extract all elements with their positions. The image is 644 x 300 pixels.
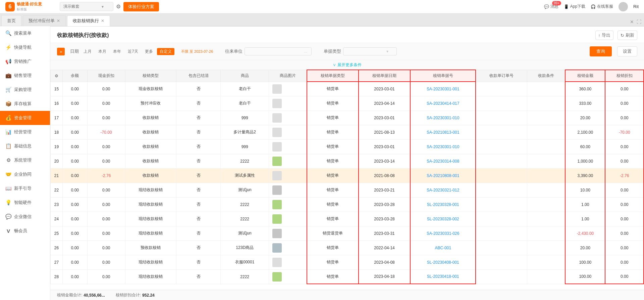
date-btn-more[interactable]: 更多 <box>142 48 156 55</box>
cell-writeoff-type: 现结收款核销 <box>125 197 176 212</box>
user-avatar[interactable] <box>619 2 628 11</box>
cell-balance: 0.00 <box>63 125 88 139</box>
cell-writeoff-type: 收款核销 <box>125 168 176 183</box>
query-btn[interactable]: 查询 <box>590 46 612 56</box>
expand-more-btn[interactable]: ∨ 展开更多条件 <box>57 62 637 68</box>
cell-id: 21 <box>51 168 63 183</box>
sidebar-item-basics[interactable]: 📋 基础信息 <box>0 139 50 153</box>
cell-id: 25 <box>51 226 63 241</box>
app-download-item[interactable]: 📱 App下载 <box>564 4 585 9</box>
cell-balance: 0.00 <box>63 168 88 183</box>
tab-home[interactable]: 首页 <box>1 15 21 26</box>
logo-sub: 标准版 <box>17 7 42 12</box>
cell-amount: -2,430.00 <box>565 226 605 241</box>
cell-amount: 20.00 <box>565 111 605 125</box>
cell-bill-no[interactable]: SA-20230301-010 <box>410 139 476 154</box>
filter-settings-btn[interactable]: 设置 <box>617 46 637 56</box>
online-service-item[interactable]: 🎧 在线客服 <box>591 4 613 9</box>
date-btn-this-month[interactable]: 本月 <box>96 48 109 55</box>
settings-icon[interactable]: ⚙ <box>116 3 121 10</box>
export-btn[interactable]: ↑ 导出 <box>595 31 614 40</box>
sidebar-item-wechat[interactable]: 💬 企业微信 <box>0 210 50 224</box>
sidebar-item-inventory[interactable]: 📦 库存核算 <box>0 97 50 111</box>
sidebar-item-finance[interactable]: 💰 资金管理 <box>0 111 50 125</box>
date-btn-last-month[interactable]: 上月 <box>81 48 94 55</box>
table-row: 27 0.00 0.00 现结收款核销 否 衣服00001 销货单 2023-0… <box>51 255 644 269</box>
cell-bill-date: 2022-04-14 <box>359 241 410 255</box>
table-row: 21 0.00 -2.76 收款核销 否 测试多属性 销货单 2021-08-0… <box>51 168 644 183</box>
refresh-btn[interactable]: ↻ 刷新 <box>618 31 637 40</box>
cell-bill-no[interactable]: SL-20230328-002 <box>410 212 476 226</box>
sidebar-item-system[interactable]: ⚙ 系统管理 <box>0 153 50 167</box>
date-btn-this-year[interactable]: 本年 <box>110 48 124 55</box>
company-selector[interactable]: 演示账套 ▾ <box>60 2 113 11</box>
unit-input[interactable]: ... <box>245 47 312 55</box>
close-all-icon[interactable]: ✕ <box>630 19 634 25</box>
cell-amount: 100.00 <box>565 255 605 269</box>
cell-receipt-order <box>476 125 527 139</box>
writeoff-close-icon[interactable]: ✕ <box>101 18 104 23</box>
sidebar-item-collab[interactable]: 🤝 企业协同 <box>0 167 50 181</box>
cell-bill-no[interactable]: SL-20230418-001 <box>410 269 476 284</box>
date-btn-7days[interactable]: 近7天 <box>125 48 141 55</box>
page-title: 收款核销执行(按收款) <box>57 32 109 39</box>
cell-receipt-order <box>476 183 527 197</box>
cell-include-settled: 否 <box>176 226 221 241</box>
cell-product-image <box>269 255 307 269</box>
cell-amount: 333.00 <box>565 96 605 111</box>
table-footer: 核销金额合计: 40,556,66... 核销折扣合计: 952.24 <box>50 290 644 300</box>
cell-bill-no[interactable]: SA-20230301-001 <box>410 82 476 96</box>
message-item[interactable]: 💬 消息 99+ <box>544 4 558 9</box>
industry-btn[interactable]: 体验行业方案 <box>123 2 159 11</box>
cell-bill-no[interactable]: SA-20230331-026 <box>410 226 476 241</box>
sidebar-item-hardware[interactable]: 💡 智能硬件 <box>0 196 50 210</box>
cell-bill-no[interactable]: SA-20230301-010 <box>410 111 476 125</box>
cell-product-image <box>269 139 307 154</box>
sidebar-item-quicknav[interactable]: ⚡ 快捷导航 <box>0 40 50 54</box>
cell-cash-discount: 0.00 <box>87 269 125 284</box>
cell-product: 2222 <box>221 154 269 168</box>
sidebar-item-guide[interactable]: 📖 新手引导 <box>0 181 50 196</box>
cell-receipt-order <box>476 111 527 125</box>
cell-id: 22 <box>51 183 63 197</box>
cell-include-settled: 否 <box>176 255 221 269</box>
cell-bill-no[interactable]: SA-20230314-008 <box>410 154 476 168</box>
cell-writeoff-type: 现结收款核销 <box>125 183 176 197</box>
cell-bill-no[interactable]: ABC-001 <box>410 241 476 255</box>
quicknav-icon: ⚡ <box>5 44 11 50</box>
cell-amount: 3,390.00 <box>565 168 605 183</box>
sidebar-label-inventory: 库存核算 <box>14 101 32 107</box>
expand-tab-icon[interactable]: ⛶ <box>637 19 641 25</box>
cell-bill-no[interactable]: SL-20230328-001 <box>410 197 476 212</box>
unit-filter-item: 往来单位 ... <box>225 47 312 55</box>
cell-bill-no[interactable]: SA-20210813-001 <box>410 125 476 139</box>
page-header: 收款核销执行(按收款) ↑ 导出 ↻ 刷新 <box>50 27 644 43</box>
cell-amount: 1.00 <box>565 212 605 226</box>
cell-bill-no[interactable]: SA-20230414-017 <box>410 96 476 111</box>
sidebar-item-search[interactable]: 🔍 搜索菜单 <box>0 26 50 40</box>
tab-prepay[interactable]: 预付冲应付单 ✕ <box>23 15 66 26</box>
sidebar-item-marketing[interactable]: 📢 营销推广 <box>0 54 50 69</box>
sidebar-item-sales[interactable]: 💼 销售管理 <box>0 69 50 83</box>
sidebar-item-purchase[interactable]: 🛒 采购管理 <box>0 83 50 97</box>
cell-bill-no[interactable]: SA-20210808-001 <box>410 168 476 183</box>
sidebar-item-member[interactable]: V 畅会员 <box>0 224 50 238</box>
cell-cash-discount: 0.00 <box>87 154 125 168</box>
table-row: 16 0.00 0.00 预付冲应收 否 老白干 销货单 2023-04-14 … <box>51 96 644 111</box>
filter-expand-btn[interactable]: » <box>57 48 65 55</box>
sidebar-item-operations[interactable]: 📊 经营管理 <box>0 125 50 139</box>
cell-writeoff-type: 预收款核销 <box>125 241 176 255</box>
cell-bill-no[interactable]: SL-20230408-001 <box>410 255 476 269</box>
bill-type-select[interactable]: ▾ <box>343 47 397 55</box>
tab-writeoff[interactable]: 收款核销执行 ✕ <box>67 15 110 26</box>
sidebar-label-purchase: 采购管理 <box>14 87 32 93</box>
cell-writeoff-type: 现结收款核销 <box>125 212 176 226</box>
cell-bill-no[interactable]: SA-20230321-012 <box>410 183 476 197</box>
col-settings[interactable]: ⚙ <box>51 70 63 82</box>
main-layout: 🔍 搜索菜单 ⚡ 快捷导航 📢 营销推广 💼 销售管理 🛒 采购管理 📦 库存核… <box>0 26 644 300</box>
col-writeoff-type: 核销类型 <box>125 70 176 82</box>
cell-balance: 0.00 <box>63 212 88 226</box>
prepay-close-icon[interactable]: ✕ <box>57 18 60 23</box>
date-btn-custom[interactable]: 自定义 <box>157 48 174 55</box>
col-include-settled: 包含已结清 <box>176 70 221 82</box>
